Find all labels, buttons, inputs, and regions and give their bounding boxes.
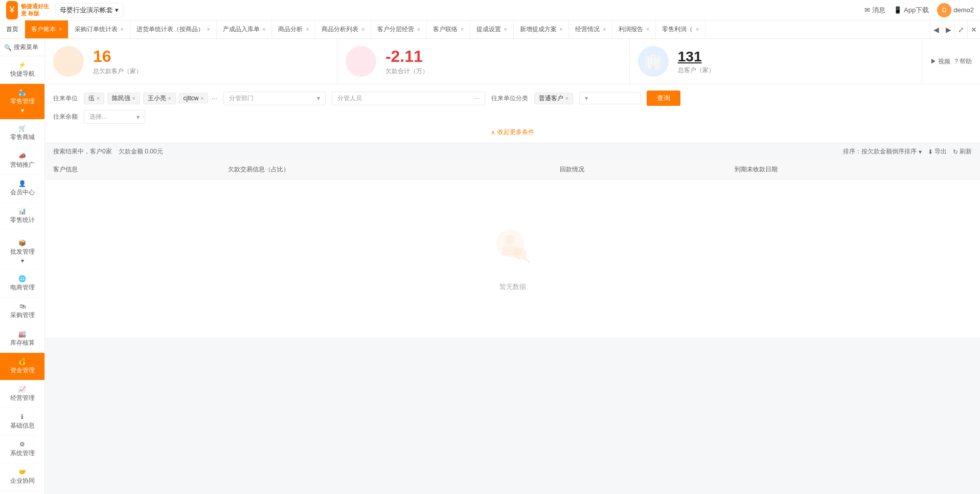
tab-goods-analysis-list[interactable]: 商品分析列表 × bbox=[315, 20, 371, 39]
customer-segment-label: 客户分层经营 bbox=[377, 25, 414, 34]
chevron-down-icon: ▾ bbox=[21, 257, 24, 264]
export-btn[interactable]: ⬇ 导出 bbox=[928, 147, 947, 156]
query-btn[interactable]: 查询 bbox=[647, 91, 680, 106]
retail-mall-icon: 🛒 bbox=[18, 125, 26, 132]
sidebar-item-retail-mgmt[interactable]: 🏪 零售管理 ▾ bbox=[0, 84, 44, 120]
filter-tag-wang[interactable]: 王小亮 × bbox=[143, 93, 176, 104]
new-raise-plan-label: 新增提成方案 bbox=[520, 25, 557, 34]
close-icon[interactable]: × bbox=[59, 27, 62, 32]
close-icon[interactable]: × bbox=[97, 96, 100, 101]
sidebar-item-basic-info[interactable]: ℹ 基础信息 bbox=[0, 408, 44, 436]
top-header: ¥ 畅捷通好生意 标版 母婴行业演示帐套 ▾ ✉ 消息 📱 App下载 D de… bbox=[0, 0, 980, 20]
balance-selector[interactable]: 选择... ▾ bbox=[84, 110, 145, 124]
category-filter-tags: 普通客户 × bbox=[534, 93, 573, 104]
close-icon[interactable]: × bbox=[263, 27, 266, 32]
tab-raise-settings[interactable]: 提成设置 × bbox=[470, 20, 514, 39]
dept-selector[interactable]: 分管部门 ▾ bbox=[223, 92, 326, 105]
close-icon[interactable]: × bbox=[646, 27, 649, 32]
sort-selector[interactable]: 排序：按欠款金额倒序排序 ▾ bbox=[843, 147, 922, 156]
empty-icon bbox=[492, 226, 533, 276]
sidebar-item-quick-nav[interactable]: ⚡ 快捷导航 bbox=[0, 56, 44, 84]
tab-product-inbound[interactable]: 产成品入库单 × bbox=[217, 20, 272, 39]
sidebar-item-system[interactable]: ⚙ 系统管理 bbox=[0, 436, 44, 463]
sidebar-item-retail-mall[interactable]: 🛒 零售商城 bbox=[0, 120, 44, 147]
user-area[interactable]: D demo2 bbox=[937, 3, 974, 17]
close-icon[interactable]: × bbox=[603, 27, 606, 32]
logo-area: ¥ 畅捷通好生意 标版 bbox=[6, 1, 51, 19]
sidebar-item-new-guide[interactable]: 🆕 新手引导 bbox=[0, 491, 44, 494]
col-repayment: 回款情况 bbox=[552, 160, 726, 179]
sidebar-item-capital[interactable]: 💰 资金管理 bbox=[0, 353, 44, 380]
sidebar-item-label: 会员中心 bbox=[10, 188, 35, 197]
messages-btn[interactable]: ✉ 消息 bbox=[864, 6, 885, 15]
tab-profit-report[interactable]: 利润报告 × bbox=[612, 20, 656, 39]
refresh-btn[interactable]: ↻ 刷新 bbox=[953, 147, 972, 156]
close-icon[interactable]: × bbox=[121, 27, 124, 32]
close-icon[interactable]: × bbox=[417, 27, 420, 32]
close-icon[interactable]: × bbox=[560, 27, 563, 32]
sidebar-search[interactable]: 🔍 搜索菜单 bbox=[0, 39, 44, 56]
tab-new-raise-plan[interactable]: 新增提成方案 × bbox=[514, 20, 569, 39]
close-icon[interactable]: × bbox=[132, 96, 135, 101]
close-icon[interactable]: × bbox=[207, 27, 210, 32]
close-icon[interactable]: × bbox=[306, 27, 309, 32]
sidebar-item-ecommerce[interactable]: 🌐 电商管理 bbox=[0, 270, 44, 298]
app-download-btn[interactable]: 📱 App下载 bbox=[894, 6, 929, 15]
main-layout: 🔍 搜索菜单 ⚡ 快捷导航 🏪 零售管理 ▾ 🛒 零售商城 📣 营销推广 👤 会… bbox=[0, 39, 980, 494]
export-icon: ⬇ bbox=[928, 148, 933, 155]
sidebar-item-enterprise-collab[interactable]: 🤝 企业协同 bbox=[0, 463, 44, 491]
help-btn[interactable]: ? 帮助 bbox=[954, 57, 972, 66]
sidebar-item-operations-mgmt[interactable]: 📈 经营管理 bbox=[0, 380, 44, 408]
filter-tag-chen[interactable]: 陈民强 × bbox=[107, 93, 140, 104]
category-dropdown[interactable]: ▾ bbox=[579, 92, 641, 104]
collapse-btn[interactable]: ∧ 收起更多条件 bbox=[53, 128, 972, 137]
nav-next-btn[interactable]: ▶ bbox=[942, 20, 954, 39]
tab-retail-profit[interactable]: 零售利润（ × bbox=[656, 20, 705, 39]
close-icon[interactable]: × bbox=[696, 27, 699, 32]
filter-tag-normal-customer[interactable]: 普通客户 × bbox=[534, 93, 573, 104]
inventory-icon: 🏭 bbox=[18, 330, 26, 338]
nav-expand-btn[interactable]: ⤢ bbox=[954, 20, 967, 39]
sidebar-item-purchase[interactable]: 🛍 采购管理 bbox=[0, 298, 44, 325]
table-container: 客户信息 欠款交易信息（占比） 回款情况 到期未收款日期 bbox=[45, 160, 980, 338]
sidebar-item-batch-mgmt[interactable]: 📦 批发管理 ▾ bbox=[0, 234, 44, 270]
tab-customer-segment[interactable]: 客户分层经营 × bbox=[371, 20, 427, 39]
sidebar-item-member[interactable]: 👤 会员中心 bbox=[0, 175, 44, 203]
goods-analysis-list-label: 商品分析列表 bbox=[322, 25, 358, 34]
video-btn[interactable]: ▶ 视频 bbox=[930, 57, 950, 66]
close-icon[interactable]: × bbox=[461, 27, 464, 32]
filter-tag-wu[interactable]: 伍 × bbox=[84, 93, 104, 104]
more-tags-btn[interactable]: ··· bbox=[211, 94, 217, 102]
store-selector[interactable]: 母婴行业演示帐套 ▾ bbox=[55, 3, 123, 17]
close-icon[interactable]: × bbox=[504, 27, 507, 32]
sidebar-item-retail-stats[interactable]: 📊 零售统计 bbox=[0, 203, 44, 230]
sidebar-item-inventory[interactable]: 🏭 库存核算 bbox=[0, 325, 44, 353]
sidebar-search-label: 搜索菜单 bbox=[14, 43, 38, 52]
chevron-down-icon: ▾ bbox=[317, 95, 320, 102]
chevron-down-icon: ▾ bbox=[21, 107, 24, 114]
tab-customer-book[interactable]: 客户账本 × bbox=[25, 20, 69, 39]
quick-nav-icon: ⚡ bbox=[18, 61, 26, 69]
filter-area: 往来单位 伍 × 陈民强 × 王小亮 × cjttcw bbox=[45, 84, 980, 143]
chevron-down-icon: ▾ bbox=[115, 6, 119, 14]
close-icon[interactable]: × bbox=[201, 96, 204, 101]
tab-goods-analysis[interactable]: 商品分析 × bbox=[272, 20, 315, 39]
tab-operations[interactable]: 经营情况 × bbox=[569, 20, 612, 39]
data-table: 客户信息 欠款交易信息（占比） 回款情况 到期未收款日期 bbox=[45, 160, 980, 338]
tab-purchase-stats[interactable]: 采购订单统计表 × bbox=[69, 20, 130, 39]
close-icon[interactable]: × bbox=[168, 96, 171, 101]
sidebar-item-marketing[interactable]: 📣 营销推广 bbox=[0, 147, 44, 175]
sidebar-item-label: 批发管理 bbox=[10, 248, 35, 256]
close-icon[interactable]: × bbox=[565, 96, 568, 101]
tab-customer-contact[interactable]: 客户联络 × bbox=[427, 20, 470, 39]
table-header-row: 客户信息 欠款交易信息（占比） 回款情况 到期未收款日期 bbox=[45, 160, 980, 179]
tab-home[interactable]: 首页 bbox=[0, 20, 25, 39]
filter-tag-cjttcw[interactable]: cjttcw × bbox=[179, 93, 209, 103]
person-selector[interactable]: 分管人员 ··· bbox=[332, 92, 485, 105]
nav-prev-btn[interactable]: ◀ bbox=[930, 20, 942, 39]
retail-stats-icon: 📊 bbox=[18, 208, 26, 215]
tab-inbound-stats[interactable]: 进货单统计表（按商品） × bbox=[130, 20, 217, 39]
close-icon[interactable]: × bbox=[361, 27, 364, 32]
collapse-label: 收起更多条件 bbox=[497, 128, 534, 137]
nav-close-all-btn[interactable]: ✕ bbox=[967, 20, 980, 39]
